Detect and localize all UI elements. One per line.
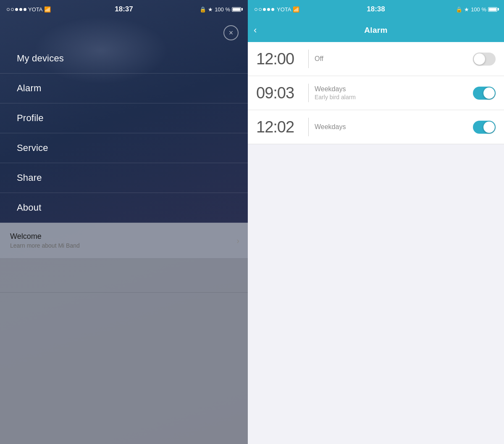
menu-item-about[interactable]: About (0, 193, 248, 223)
alarm-item-1[interactable]: 12:00 Off (248, 42, 504, 76)
dot2 (11, 8, 14, 11)
welcome-section: Welcome Learn more about Mi Band › (0, 223, 248, 259)
alarm-divider-2 (308, 84, 309, 102)
chevron-right-icon: › (236, 236, 239, 246)
time-right: 18:38 (367, 5, 385, 13)
alarm-toggle-2[interactable] (473, 87, 496, 100)
carrier-right: YOTA 📶 (255, 6, 299, 13)
dot3 (15, 8, 18, 11)
wifi-icon-left: 📶 (44, 6, 51, 13)
signal-dots (7, 8, 26, 11)
lock-icon-left: 🔒 (200, 6, 206, 13)
lock-icon-right: 🔒 (456, 6, 462, 13)
rdot2 (259, 8, 262, 11)
nav-bar: ‹ Alarm (248, 18, 504, 42)
alarm-item-3[interactable]: 12:02 Weekdays (248, 110, 504, 144)
welcome-subtitle: Learn more about Mi Band (10, 242, 80, 249)
wifi-icon-right: 📶 (293, 6, 299, 13)
menu-list: My devices Alarm Profile Service Share A… (0, 44, 248, 223)
battery-fill-right (489, 8, 496, 11)
dot5 (24, 8, 26, 11)
menu-item-alarm[interactable]: Alarm (0, 74, 248, 103)
battery-fill-left (233, 8, 240, 11)
battery-icon-right (488, 7, 497, 12)
back-button[interactable]: ‹ (254, 25, 257, 36)
toggle-knob-1 (474, 53, 485, 65)
alarm-sublabel-2: Early bird alarm (315, 94, 473, 100)
bt-icon-right: ★ (464, 6, 469, 13)
status-right-left: 🔒 ★ 100 % (200, 6, 241, 13)
signal-dots-right (255, 8, 274, 11)
welcome-title: Welcome (10, 232, 80, 241)
menu-item-my-devices[interactable]: My devices (0, 44, 248, 74)
welcome-text: Welcome Learn more about Mi Band (10, 232, 80, 249)
carrier-name-right: YOTA (277, 6, 291, 13)
page-title: Alarm (364, 26, 387, 35)
rdot5 (271, 8, 274, 11)
menu-item-profile[interactable]: Profile (0, 103, 248, 133)
dot1 (7, 8, 10, 11)
rdot1 (255, 8, 257, 11)
rdot3 (263, 8, 266, 11)
left-panel: YOTA 📶 18:37 🔒 ★ 100 % × My devices Alar… (0, 0, 248, 444)
status-bar-left: YOTA 📶 18:37 🔒 ★ 100 % (0, 0, 248, 18)
toggle-knob-2 (483, 87, 495, 99)
bt-icon-left: ★ (208, 6, 213, 13)
battery-pct-left: 100 % (215, 6, 230, 13)
carrier-name-left: YOTA (28, 6, 42, 13)
alarm-label-2: Weekdays (315, 85, 473, 93)
status-bar-right: YOTA 📶 18:38 🔒 ★ 100 % (248, 0, 504, 18)
alarm-label-3: Weekdays (315, 123, 473, 131)
alarm-label-1: Off (315, 55, 473, 63)
battery-icon-left (232, 7, 241, 12)
left-menu-area: × My devices Alarm Profile Service Share… (0, 18, 248, 444)
alarm-time-3: 12:02 (256, 118, 302, 136)
battery-pct-right: 100 % (471, 6, 486, 13)
right-panel: YOTA 📶 18:38 🔒 ★ 100 % ‹ Alarm 12:00 Off (248, 0, 504, 444)
carrier-left: YOTA 📶 (7, 6, 51, 13)
menu-item-service[interactable]: Service (0, 133, 248, 163)
welcome-item[interactable]: Welcome Learn more about Mi Band › (0, 223, 248, 259)
dot4 (19, 8, 22, 11)
alarm-list: 12:00 Off 09:03 Weekdays Early bird alar… (248, 42, 504, 144)
alarm-content-area (248, 144, 504, 444)
alarm-item-2[interactable]: 09:03 Weekdays Early bird alarm (248, 76, 504, 110)
bottom-gray-area (0, 259, 248, 444)
rdot4 (267, 8, 270, 11)
alarm-time-1: 12:00 (256, 50, 302, 68)
alarm-info-3: Weekdays (315, 123, 473, 131)
time-left: 18:37 (115, 5, 133, 13)
alarm-divider-1 (308, 50, 309, 68)
status-right-right: 🔒 ★ 100 % (456, 6, 497, 13)
toggle-knob-3 (483, 122, 495, 133)
alarm-info-1: Off (315, 55, 473, 63)
menu-item-share[interactable]: Share (0, 163, 248, 193)
alarm-time-2: 09:03 (256, 84, 302, 102)
alarm-toggle-3[interactable] (473, 121, 496, 134)
alarm-toggle-1[interactable] (473, 53, 496, 66)
gray-divider (0, 292, 248, 293)
alarm-divider-3 (308, 118, 309, 136)
alarm-info-2: Weekdays Early bird alarm (315, 85, 473, 100)
close-button[interactable]: × (223, 25, 239, 40)
